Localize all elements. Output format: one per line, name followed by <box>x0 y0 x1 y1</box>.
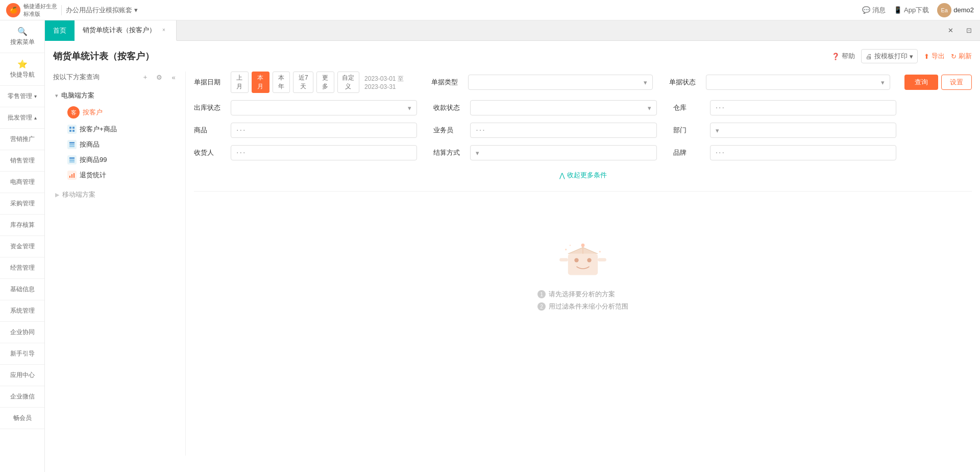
sidebar-item-ecommerce[interactable]: 电商管理 <box>0 172 44 193</box>
tree-item-by-customer[interactable]: 客 按客户 <box>53 103 179 122</box>
tree-parent-mobile[interactable]: ▶ 移动端方案 <box>53 187 179 202</box>
department-control: ▾ <box>710 123 896 138</box>
svg-rect-10 <box>69 176 70 178</box>
sidebar-item-newbie[interactable]: 新手引导 <box>0 343 44 365</box>
recipient-select[interactable]: ··· <box>231 145 417 160</box>
chevron-down-icon: ▾ <box>476 149 479 157</box>
settlement-select[interactable]: ▾ <box>470 145 656 160</box>
breadcrumb[interactable]: 办公用品行业模拟账套 ▾ <box>66 6 138 15</box>
bill-type-select[interactable]: ▾ <box>468 75 652 90</box>
sidebar-item-inventory[interactable]: 库存核算 <box>0 215 44 236</box>
tab-close-icon[interactable]: × <box>160 26 168 34</box>
tab-home[interactable]: 首页 <box>45 20 75 41</box>
brand-control: ··· <box>710 145 896 160</box>
tree-item-by-goods[interactable]: 按商品 <box>53 137 179 152</box>
tree-section-desktop: ▾ 电脑端方案 客 按客户 按客户+商品 <box>53 88 179 183</box>
collapse-button[interactable]: ⋀ 收起更多条件 <box>194 168 972 183</box>
tree-parent-desktop[interactable]: ▾ 电脑端方案 <box>53 88 179 103</box>
user-name: demo2 <box>953 6 974 14</box>
tab-sales-stats[interactable]: 销货单统计表（按客户） × <box>75 20 177 41</box>
tip-number-2: 2 <box>537 302 546 311</box>
svg-rect-9 <box>69 161 75 162</box>
sidebar-item-cooperation[interactable]: 企业协同 <box>0 322 44 343</box>
sidebar-item-marketing[interactable]: 营销推广 <box>0 129 44 150</box>
date-range-display: 2023-03-01 至 2023-03-31 <box>364 75 415 90</box>
query-button[interactable]: 查询 <box>904 75 938 90</box>
receipt-status-select[interactable]: ▾ <box>470 100 656 115</box>
customer-icon: 客 <box>67 106 80 119</box>
out-status-select[interactable]: ▾ <box>231 100 417 115</box>
sidebar-item-retail[interactable]: 零售管理 ▾ <box>0 86 44 107</box>
tree-item-by-goods99[interactable]: 按商品99 <box>53 152 179 168</box>
date-btn-last-month[interactable]: 上月 <box>231 72 249 93</box>
department-select[interactable]: ▾ <box>710 123 896 138</box>
brand-select[interactable]: ··· <box>710 145 896 160</box>
gear-icon: ⚙ <box>156 74 162 81</box>
sidebar-item-finance[interactable]: 资金管理 <box>0 236 44 257</box>
search-icon: 🔍 <box>2 27 42 36</box>
goods-select[interactable]: ··· <box>231 123 417 138</box>
app-download-button[interactable]: 📱 App下载 <box>894 6 929 15</box>
sidebar-label: 库存核算 <box>2 221 42 229</box>
date-btn-last-7-days[interactable]: 近7天 <box>293 72 313 93</box>
svg-rect-8 <box>69 159 75 161</box>
print-button[interactable]: 🖨 按模板打印 ▾ <box>861 49 918 63</box>
top-bar-right: 💬 消息 📱 App下载 Ea demo2 <box>862 3 974 17</box>
chart-icon <box>67 171 77 180</box>
sidebar-item-search[interactable]: 🔍 搜索菜单 <box>0 20 44 53</box>
messages-button[interactable]: 💬 消息 <box>862 6 886 15</box>
svg-point-23 <box>565 249 567 250</box>
tree-item-by-customer-goods[interactable]: 按客户+商品 <box>53 122 179 137</box>
date-btn-custom[interactable]: 自定义 <box>337 72 359 93</box>
svg-rect-5 <box>69 144 75 146</box>
date-btn-this-month[interactable]: 本月 <box>252 72 270 93</box>
settings-button[interactable]: 设置 <box>941 75 972 90</box>
sidebar-item-management[interactable]: 经营管理 <box>0 257 44 279</box>
sidebar-label: 基础信息 <box>2 285 42 294</box>
page-content: 销货单统计表（按客户） ❓ 帮助 🖨 按模板打印 ▾ ⬆ 导出 <box>45 41 980 472</box>
divider <box>194 191 972 192</box>
sidebar: 🔍 搜索菜单 ⭐ 快捷导航 零售管理 ▾ 批发管理 ▴ 营销推广 销售管理 电商… <box>0 20 45 472</box>
sidebar-item-sales[interactable]: 销售管理 <box>0 150 44 172</box>
page-title: 销货单统计表（按客户） <box>53 50 154 62</box>
minimize-button[interactable]: ✕ <box>943 23 958 38</box>
warehouse-select[interactable]: ··· <box>710 100 896 115</box>
date-btn-this-year[interactable]: 本年 <box>273 72 290 93</box>
logo-text: 畅捷通好生意 标准版 <box>23 3 57 17</box>
chevron-down-icon: ▾ <box>55 92 58 99</box>
svg-rect-13 <box>568 254 598 275</box>
sidebar-item-wholesale[interactable]: 批发管理 ▴ <box>0 107 44 129</box>
sidebar-item-basicinfo[interactable]: 基础信息 <box>0 279 44 300</box>
svg-rect-3 <box>72 130 75 132</box>
bill-status-select[interactable]: ▾ <box>706 75 890 90</box>
sidebar-item-appcenter[interactable]: 应用中心 <box>0 365 44 386</box>
help-button[interactable]: ❓ 帮助 <box>831 52 855 61</box>
refresh-icon: ↻ <box>951 53 957 60</box>
tree-item-label: 按商品99 <box>80 155 107 164</box>
refresh-button[interactable]: ↻ 刷新 <box>951 52 972 61</box>
warehouse-control: ··· <box>710 100 896 115</box>
sidebar-item-quicknav[interactable]: ⭐ 快捷导航 <box>0 53 44 86</box>
sidebar-label: 经营管理 <box>2 264 42 272</box>
sidebar-item-purchase[interactable]: 采购管理 <box>0 193 44 215</box>
sidebar-label: 批发管理 <box>8 113 32 122</box>
collapse-panel-button[interactable]: « <box>168 72 179 83</box>
chevron-up-icon: ▴ <box>34 115 37 121</box>
maximize-button[interactable]: ⊡ <box>962 23 976 38</box>
svg-rect-7 <box>69 157 75 159</box>
sidebar-item-member[interactable]: 畅会员 <box>0 408 44 429</box>
table99-icon <box>67 155 77 164</box>
add-scheme-button[interactable]: ＋ <box>139 72 151 83</box>
sidebar-item-system[interactable]: 系统管理 <box>0 300 44 322</box>
svg-rect-2 <box>69 130 71 132</box>
date-btn-more[interactable]: 更多 <box>316 72 334 93</box>
user-area[interactable]: Ea demo2 <box>937 3 974 17</box>
export-button[interactable]: ⬆ 导出 <box>924 52 945 61</box>
sidebar-label: 销售管理 <box>2 156 42 165</box>
salesperson-select[interactable]: ··· <box>470 123 656 138</box>
settings-scheme-button[interactable]: ⚙ <box>154 72 165 83</box>
message-icon: 💬 <box>862 6 870 14</box>
tab-bar-actions: ✕ ⊡ <box>943 23 980 38</box>
sidebar-item-wechat[interactable]: 企业微信 <box>0 386 44 408</box>
tree-item-return-stats[interactable]: 退货统计 <box>53 168 179 183</box>
